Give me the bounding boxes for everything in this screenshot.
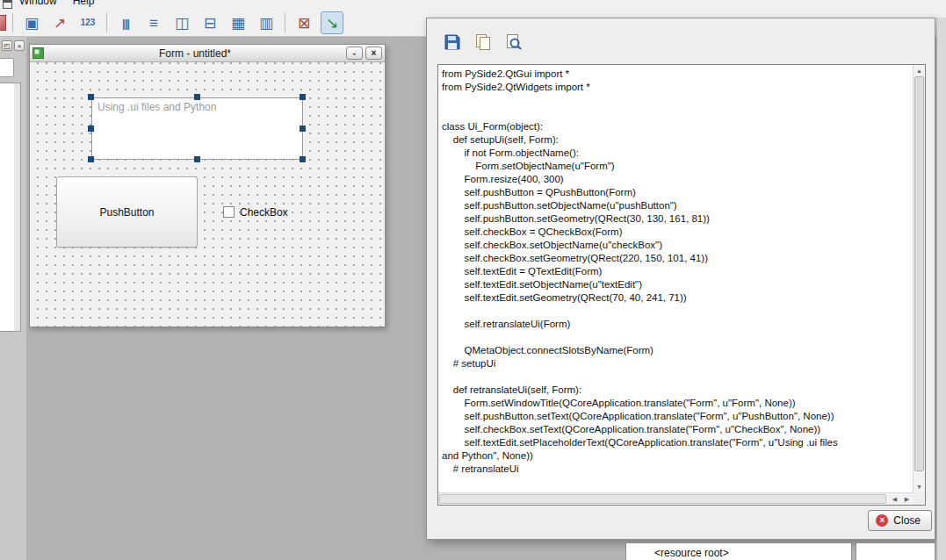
pushbutton-label: PushButton: [99, 206, 154, 219]
menubar: Window Help: [0, 0, 946, 9]
break-layout-button[interactable]: ⊠: [292, 11, 315, 34]
close-button-label: Close: [893, 514, 921, 527]
break-layout-icon: ⊠: [298, 16, 310, 31]
toolbar-separator: [12, 13, 13, 32]
edit-widgets-icon: ▣: [25, 16, 39, 31]
scroll-left-icon[interactable]: ◀: [889, 493, 900, 505]
dock-float-button[interactable]: ◰: [2, 40, 12, 51]
edit-tab-order-button[interactable]: 123: [76, 11, 99, 34]
form-editor-window: Form - untitled* - × Using .ui files and…: [29, 44, 386, 327]
horizontal-scrollbar-thumb[interactable]: [439, 494, 886, 504]
layout-horizontal-splitter-button[interactable]: ◫: [170, 11, 193, 34]
form-window-title: Form - untitled*: [47, 47, 343, 60]
selection-handle[interactable]: [300, 94, 306, 100]
checkbox-widget[interactable]: CheckBox: [223, 194, 312, 230]
code-view-container: from PySide2.QtGui import * from PySide2…: [437, 64, 926, 506]
textedit-widget[interactable]: Using .ui files and Python: [91, 97, 303, 160]
close-dialog-button[interactable]: × Close: [868, 510, 932, 531]
layout-grid-button[interactable]: ▦: [227, 11, 249, 34]
partial-icon: [0, 15, 6, 31]
find-button[interactable]: [502, 31, 525, 54]
save-icon: [443, 32, 462, 52]
menu-window[interactable]: Window: [19, 0, 57, 4]
edit-widgets-button[interactable]: ▣: [20, 11, 43, 34]
main-toolbar: ▣ ↗ 123 ||| ≡ ◫ ⊟ ▦ ▥ ⊠ ↘: [0, 9, 346, 37]
selection-handle[interactable]: [300, 156, 306, 162]
widget-filter-input-sliver[interactable]: [0, 58, 14, 77]
selection-handle[interactable]: [88, 126, 94, 132]
form-canvas[interactable]: Using .ui files and Python PushButton Ch…: [30, 62, 385, 327]
dock-close-icon: ×: [18, 42, 22, 50]
vertical-scrollbar[interactable]: ▲ ▼: [913, 65, 925, 492]
layout-form-button[interactable]: ▥: [255, 11, 278, 34]
scroll-down-icon[interactable]: ▼: [914, 481, 925, 492]
edit-signals-slots-icon: ↗: [54, 16, 66, 31]
adjust-size-icon: ↘: [326, 16, 338, 31]
qt-designer-window: Window Help ▣ ↗ 123 ||| ≡ ◫ ⊟ ▦ ▥ ⊠ ↘ ◰ …: [0, 0, 946, 560]
form-window-titlebar[interactable]: Form - untitled* - ×: [30, 45, 385, 62]
resource-root-item[interactable]: <resource root>: [654, 547, 729, 559]
textedit-placeholder: Using .ui files and Python: [92, 98, 302, 116]
code-dialog-toolbar: [441, 31, 525, 54]
selection-handle[interactable]: [194, 94, 200, 100]
edit-signals-slots-button[interactable]: ↗: [48, 11, 71, 34]
adjust-size-button[interactable]: ↘: [321, 11, 343, 34]
checkbox-label: CheckBox: [240, 206, 288, 219]
menu-help[interactable]: Help: [73, 0, 95, 4]
layout-splitter-vertical-icon: ⊟: [204, 16, 216, 31]
layout-vertical-icon: ≡: [149, 16, 158, 31]
form-window-icon: [32, 47, 44, 59]
copy-icon: [473, 32, 493, 52]
layout-grid-icon: ▦: [231, 16, 245, 31]
save-button[interactable]: [441, 31, 464, 54]
layout-form-icon: ▥: [259, 16, 273, 31]
layout-splitter-horizontal-icon: ◫: [175, 16, 189, 31]
dock-close-button[interactable]: ×: [14, 40, 25, 51]
layout-vertical-splitter-button[interactable]: ⊟: [199, 11, 221, 34]
layout-horizontally-button[interactable]: |||: [114, 11, 137, 34]
resource-browser-side-panel: [856, 542, 935, 560]
scrollbar-corner: [913, 492, 925, 505]
dock-float-icon: ◰: [4, 42, 11, 50]
selection-handle[interactable]: [88, 94, 94, 100]
horizontal-scrollbar[interactable]: ◀ ▶: [438, 492, 913, 505]
scroll-up-icon[interactable]: ▲: [914, 65, 925, 76]
close-button[interactable]: ×: [365, 47, 382, 60]
selection-handle[interactable]: [88, 156, 94, 162]
code-view[interactable]: from PySide2.QtGui import * from PySide2…: [438, 65, 913, 492]
selection-handle[interactable]: [300, 126, 306, 132]
layout-vertically-button[interactable]: ≡: [142, 11, 165, 34]
partial-toolbar-button[interactable]: [0, 12, 7, 33]
edit-tab-order-icon: 123: [81, 18, 96, 27]
right-edge-strip: [936, 18, 946, 560]
pushbutton-widget[interactable]: PushButton: [56, 176, 198, 248]
resource-browser-panel: <resource root>: [625, 542, 852, 560]
layout-horizontal-icon: |||: [122, 18, 129, 29]
find-icon: [504, 32, 524, 52]
checkbox-box-icon[interactable]: [223, 206, 235, 218]
scroll-right-icon[interactable]: ▶: [901, 493, 913, 505]
vertical-scrollbar-thumb[interactable]: [914, 76, 924, 471]
code-preview-dialog: from PySide2.QtGui import * from PySide2…: [426, 18, 935, 540]
widget-box-list-sliver[interactable]: [0, 83, 21, 332]
window-menu-icon[interactable]: [3, 0, 12, 9]
copy-button[interactable]: [472, 31, 495, 54]
toolbar-separator: [106, 13, 107, 32]
selection-handle[interactable]: [194, 156, 200, 162]
toolbar-separator: [285, 13, 285, 32]
minimize-button[interactable]: -: [346, 47, 363, 60]
close-circle-icon: ×: [876, 514, 888, 527]
widget-box-dock-sliver: ◰ ×: [0, 37, 26, 560]
